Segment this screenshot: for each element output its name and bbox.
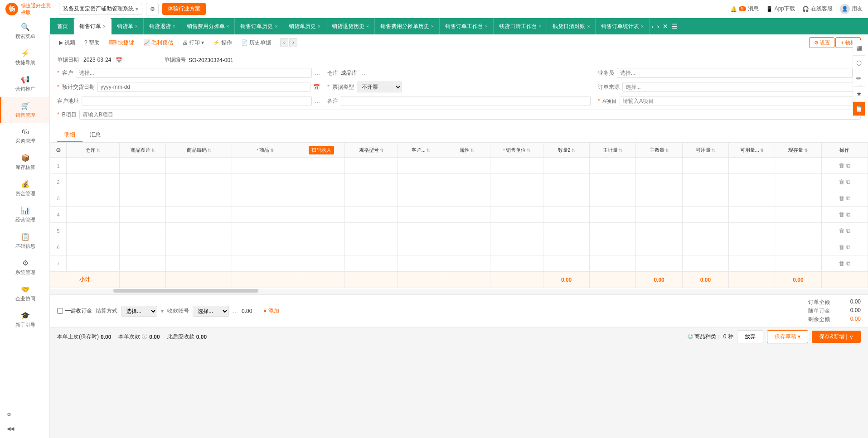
row-6-attr[interactable]	[444, 239, 490, 255]
row-6-product[interactable]	[232, 239, 298, 255]
row-4-copy-button[interactable]: ⧉	[846, 211, 850, 218]
row-4-qty2[interactable]	[543, 207, 589, 223]
sort-icon-image[interactable]: ⇅	[151, 148, 155, 153]
row-2-customer[interactable]	[398, 174, 444, 190]
tab-prev-button[interactable]: ‹	[650, 23, 655, 30]
row-5-customer[interactable]	[398, 223, 444, 239]
sidebar-item-search[interactable]: 🔍 搜索菜单	[0, 18, 49, 44]
account-select[interactable]: 选择...	[193, 306, 229, 317]
horizontal-scrollbar[interactable]	[50, 289, 868, 294]
delivery-date-input[interactable]	[97, 82, 311, 92]
row-3-unit[interactable]	[490, 190, 543, 207]
sidebar-item-enterprise[interactable]: 🤝 企业协同	[0, 280, 49, 307]
detail-tab-mingxi[interactable]: 明细	[57, 128, 82, 142]
row-2-stock[interactable]	[775, 174, 821, 190]
address-input[interactable]	[82, 96, 312, 106]
th-gear[interactable]: ⚙	[50, 143, 67, 158]
row-2-attr[interactable]	[444, 174, 490, 190]
side-tool-3[interactable]: ✏	[853, 71, 865, 85]
row-2-scan[interactable]	[298, 174, 344, 190]
row-4-customer[interactable]	[398, 207, 444, 223]
row-5-qty2[interactable]	[543, 223, 589, 239]
notifications-button[interactable]: 🔔 9 消息	[730, 5, 759, 13]
row-5-delete-button[interactable]: 🗑	[839, 227, 844, 234]
sidebar-item-marketing[interactable]: 📢 营销推广	[0, 71, 49, 97]
row-1-delete-button[interactable]: 🗑	[839, 162, 844, 169]
row-3-spec[interactable]	[344, 190, 398, 207]
row-4-available2[interactable]	[729, 207, 775, 223]
row-1-code[interactable]	[166, 158, 232, 174]
row-1-product[interactable]	[232, 158, 298, 174]
app-download-button[interactable]: 📱 App下载	[766, 5, 795, 13]
sidebar-item-inventory[interactable]: 📦 库存核算	[0, 149, 49, 175]
row-1-stock[interactable]	[775, 158, 821, 174]
row-3-scan[interactable]	[298, 190, 344, 207]
row-4-image[interactable]	[119, 207, 165, 223]
sort-icon-available2[interactable]: ⇅	[760, 148, 764, 153]
sort-icon-spec[interactable]: ⇅	[380, 148, 383, 153]
tab-invoice-history-close[interactable]: ×	[318, 24, 320, 29]
row-1-qty2[interactable]	[543, 158, 589, 174]
account-dots-button[interactable]: …	[233, 308, 238, 314]
row-4-spec[interactable]	[344, 207, 398, 223]
sidebar-item-basic-info[interactable]: 📋 基础信息	[0, 228, 49, 254]
row-2-spec[interactable]	[344, 174, 398, 190]
row-5-copy-button[interactable]: ⧉	[846, 227, 850, 235]
row-6-image[interactable]	[119, 239, 165, 255]
row-3-stock[interactable]	[775, 190, 821, 207]
row-1-copy-button[interactable]: ⧉	[846, 162, 850, 169]
notes-input[interactable]	[341, 96, 590, 106]
save-draft-button[interactable]: 保存草稿 ▾	[767, 330, 808, 343]
save-new-dropdown-icon[interactable]: ∨	[846, 334, 853, 340]
row-3-product[interactable]	[232, 190, 298, 207]
save-draft-dropdown-icon[interactable]: ▾	[798, 333, 800, 340]
tab-expense-history-close[interactable]: ×	[431, 24, 434, 29]
row-1-available2[interactable]	[729, 158, 775, 174]
row-1-unit[interactable]	[490, 158, 543, 174]
row-4-main-qty[interactable]	[636, 207, 682, 223]
row-6-copy-button[interactable]: ⧉	[846, 244, 850, 251]
row-6-spec[interactable]	[344, 239, 398, 255]
row-4-product[interactable]	[232, 207, 298, 223]
row-7-unit[interactable]	[490, 255, 543, 272]
row-5-main-qty[interactable]	[636, 223, 682, 239]
tab-cash-workbench[interactable]: 钱货日清工作台 ×	[494, 18, 548, 34]
tab-sales-return-close[interactable]: ×	[173, 24, 175, 29]
row-2-available2[interactable]	[729, 174, 775, 190]
sort-icon-code[interactable]: ⇅	[208, 148, 211, 153]
warehouse-dots-button[interactable]: …	[360, 70, 365, 76]
row-5-scan[interactable]	[298, 223, 344, 239]
view-video-button[interactable]: ▶ 视频	[57, 38, 77, 48]
row-6-main-measure[interactable]	[590, 239, 636, 255]
row-2-delete-button[interactable]: 🗑	[839, 178, 844, 185]
page-prev-button[interactable]: ‹	[280, 38, 288, 47]
warehouse-value[interactable]: 成品库	[341, 69, 357, 77]
row-2-copy-button[interactable]: ⧉	[846, 178, 850, 186]
print-button[interactable]: 🖨 打印 ▾	[180, 38, 206, 48]
sidebar-settings-button[interactable]: ⚙	[2, 409, 48, 420]
row-3-available2[interactable]	[729, 190, 775, 207]
row-6-qty2[interactable]	[543, 239, 589, 255]
row-5-available[interactable]	[682, 223, 728, 239]
add-row-button[interactable]: ● 添加	[263, 307, 279, 315]
scrollbar-thumb[interactable]	[113, 289, 258, 293]
detail-tab-huizong[interactable]: 汇总	[82, 128, 108, 142]
row-5-unit[interactable]	[490, 223, 543, 239]
row-2-unit[interactable]	[490, 174, 543, 190]
tab-cash-reconcile-close[interactable]: ×	[587, 24, 590, 29]
row-2-available[interactable]	[682, 174, 728, 190]
industry-solution-button[interactable]: 体验行业方案	[162, 3, 206, 15]
row-3-available[interactable]	[682, 190, 728, 207]
row-7-warehouse[interactable]	[67, 255, 120, 272]
row-7-qty2[interactable]	[543, 255, 589, 272]
tab-sales-statistics[interactable]: 销售订单统计表 ×	[596, 18, 650, 34]
row-6-available[interactable]	[682, 239, 728, 255]
one-click-deposit-checkbox[interactable]: 一键收订金	[57, 307, 92, 315]
scan-input-button[interactable]: 扫码录入	[309, 146, 334, 154]
sort-icon-unit[interactable]: ⇅	[527, 148, 530, 153]
tab-sales-statistics-close[interactable]: ×	[641, 24, 644, 29]
tab-sales-workbench-close[interactable]: ×	[485, 24, 488, 29]
row-7-delete-button[interactable]: 🗑	[839, 260, 844, 267]
row-7-product[interactable]	[232, 255, 298, 272]
row-7-attr[interactable]	[444, 255, 490, 272]
